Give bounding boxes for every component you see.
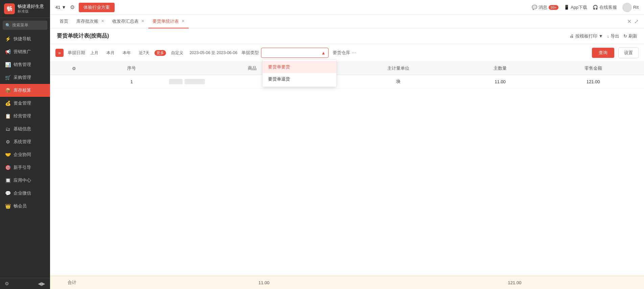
setting-btn[interactable]: 设置 — [618, 47, 639, 58]
sidebar-item-label: 应用中心 — [14, 177, 31, 183]
sidebar-item-label: 企业协同 — [14, 152, 31, 158]
online-service-btn[interactable]: 🎧 在线客服 — [593, 4, 617, 10]
operation-icon: 📋 — [5, 113, 11, 119]
topbar: 41 ▼ ⚙ 体验行业方案 💬 消息 99+ 📱 App下载 🎧 在线客服 — [50, 0, 644, 15]
sidebar-item-label: 新手引导 — [14, 164, 31, 171]
tab-order-stats-close[interactable]: ✕ — [182, 19, 185, 23]
sales-icon: 📊 — [5, 62, 11, 67]
logo-icon: 畅 — [4, 3, 15, 14]
trial-btn[interactable]: 体验行业方案 — [79, 3, 115, 12]
sidebar-item-marketing[interactable]: 📢 营销推广 — [0, 45, 50, 58]
sidebar-item-label: 经营管理 — [14, 113, 31, 119]
tab-inventory-batch-label: 库存批次账 — [76, 18, 98, 24]
sidebar-search-label: 搜索菜单 — [12, 22, 28, 28]
print-template-btn[interactable]: 🖨 按模板打印 ▼ — [570, 33, 603, 39]
date-filter-group: 单据日期 上月 本月 本年 近7天 更多 自定义 2023-05-06 至 20… — [68, 49, 237, 57]
logo-sub: 标准版 — [18, 9, 44, 14]
sidebar-item-sales[interactable]: 📊 销售管理 — [0, 58, 50, 71]
sidebar-item-guide[interactable]: 🎯 新手引导 — [0, 161, 50, 174]
date-more-badge[interactable]: 更多 — [154, 50, 166, 56]
tab-close-all-btn[interactable]: ✕ — [627, 18, 631, 25]
inventory-icon: 📦 — [5, 88, 11, 93]
export-icon: ↓ — [607, 34, 610, 39]
topbar-left: 41 ▼ ⚙ 体验行业方案 — [55, 3, 115, 12]
print-icon: 🖨 — [570, 34, 574, 39]
tab-home[interactable]: 首页 — [55, 15, 72, 28]
refresh-btn[interactable]: ↻ 刷新 — [623, 33, 637, 39]
type-select-arrow[interactable]: ▲ — [321, 50, 326, 55]
page-header-actions: 🖨 按模板打印 ▼ ↓ 导出 ↻ 刷新 — [570, 33, 637, 43]
filter-expand-btn[interactable]: » — [55, 49, 64, 57]
export-btn[interactable]: ↓ 导出 — [607, 33, 620, 39]
online-service-label: 在线客服 — [599, 4, 617, 10]
row-settings-cell — [50, 75, 98, 88]
sidebar-collapse-btn[interactable]: ◀▶ — [38, 281, 45, 286]
table-footer: 合计 11.00 121.00 — [50, 276, 644, 289]
type-select[interactable]: ▲ — [261, 48, 329, 58]
message-icon: 💬 — [532, 5, 537, 10]
sidebar-item-enterprise-wechat[interactable]: 💬 企业微信 — [0, 187, 50, 200]
finance-icon: 💰 — [5, 101, 11, 106]
user-avatar[interactable]: Rit — [622, 3, 639, 12]
table-row: 1 块 11.00 121.00 — [50, 75, 644, 88]
sidebar-item-quick-nav[interactable]: ⚡ 快捷导航 — [0, 32, 50, 45]
tab-inventory-batch-close[interactable]: ✕ — [101, 19, 104, 23]
tab-recv-summary[interactable]: 收发存汇总表 ✕ — [108, 15, 148, 28]
row-no-cell: 1 — [98, 75, 165, 88]
sidebar-item-inventory[interactable]: 📦 库存核算 — [0, 84, 50, 97]
base-icon: 🗂 — [5, 126, 11, 132]
col-settings[interactable]: ⚙ — [50, 62, 98, 75]
app-download-btn[interactable]: 📱 App下载 — [564, 4, 587, 10]
member-icon: 👑 — [5, 203, 11, 209]
message-btn[interactable]: 💬 消息 99+ — [532, 4, 558, 10]
tab-expand-btn[interactable]: ⤢ — [634, 18, 639, 25]
tabbar: 首页 库存批次账 ✕ 收发存汇总表 ✕ 要货单统计表 ✕ ✕ ⤢ — [50, 15, 644, 28]
date-year-btn[interactable]: 本年 — [120, 49, 134, 57]
sidebar-item-purchase[interactable]: 🛒 采购管理 — [0, 71, 50, 84]
export-label: 导出 — [611, 33, 619, 39]
col-unit: 主计量单位 — [339, 62, 458, 75]
user-name: Rit — [633, 5, 639, 10]
avatar-img — [622, 3, 632, 12]
sidebar-item-app-center[interactable]: 🔲 应用中心 — [0, 174, 50, 187]
sidebar-item-base[interactable]: 🗂 基础信息 — [0, 123, 50, 135]
tab-order-stats[interactable]: 要货单统计表 ✕ — [148, 15, 189, 28]
sidebar-item-operation[interactable]: 📋 经营管理 — [0, 110, 50, 123]
tab-recv-summary-label: 收发存汇总表 — [112, 18, 139, 24]
topbar-settings-icon[interactable]: ⚙ — [70, 4, 75, 10]
enterprise-icon: 🤝 — [5, 152, 11, 157]
filter-more-icon[interactable]: ··· — [352, 50, 356, 56]
search-icon: 🔍 — [5, 23, 10, 28]
sidebar-item-label: 营销推广 — [14, 49, 31, 55]
content: 要货单统计表(按商品) 🖨 按模板打印 ▼ ↓ 导出 ↻ 刷新 — [50, 28, 644, 289]
col-amount: 零售金额 — [542, 62, 644, 75]
date-7days-btn[interactable]: 近7天 — [136, 49, 152, 57]
tab-order-stats-label: 要货单统计表 — [152, 18, 179, 24]
refresh-label: 刷新 — [628, 33, 637, 39]
dropdown-item-purchase-order[interactable]: 要货单要货 — [263, 61, 336, 73]
date-custom-btn[interactable]: 自定义 — [168, 49, 186, 57]
date-curr-btn[interactable]: 本月 — [103, 49, 118, 57]
sidebar-search[interactable]: 🔍 搜索菜单 — [3, 21, 47, 30]
store-name: 41 — [55, 5, 60, 10]
query-btn[interactable]: 查询 — [592, 48, 614, 58]
sidebar-item-finance[interactable]: 💰 资金管理 — [0, 97, 50, 110]
date-label: 单据日期 — [68, 50, 85, 56]
date-prev-btn[interactable]: 上月 — [87, 49, 101, 57]
sidebar-bottom: ⚙ ◀▶ — [0, 278, 50, 289]
sidebar-settings-btn[interactable]: ⚙ — [5, 281, 9, 286]
message-label: 消息 — [539, 4, 547, 10]
sidebar-item-label: 畅会员 — [14, 203, 27, 209]
enterprise-wechat-icon: 💬 — [5, 191, 11, 196]
tab-inventory-batch[interactable]: 库存批次账 ✕ — [72, 15, 108, 28]
sidebar-item-enterprise[interactable]: 🤝 企业协同 — [0, 148, 50, 161]
quick-nav-icon: ⚡ — [5, 36, 11, 42]
row-amount-cell: 121.00 — [542, 75, 644, 88]
store-selector[interactable]: 41 ▼ — [55, 5, 66, 10]
sidebar-item-system[interactable]: ⚙ 系统管理 — [0, 135, 50, 148]
sidebar-item-member[interactable]: 👑 畅会员 — [0, 200, 50, 213]
type-label: 单据类型 — [241, 50, 259, 56]
dropdown-item-purchase-return[interactable]: 要货单退货 — [263, 73, 336, 85]
tab-recv-summary-close[interactable]: ✕ — [141, 19, 144, 23]
topbar-right: 💬 消息 99+ 📱 App下载 🎧 在线客服 Rit — [532, 3, 639, 12]
